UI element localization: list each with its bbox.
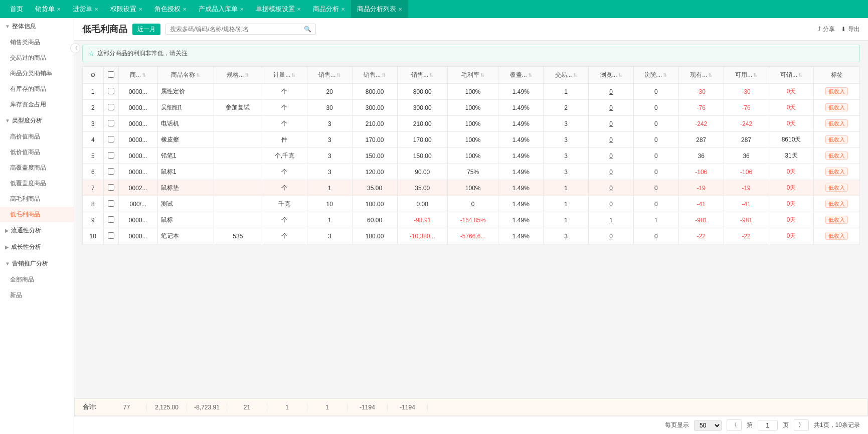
col-current-stock[interactable]: 现有...⇅ bbox=[678, 67, 724, 84]
col-checkbox[interactable] bbox=[103, 67, 118, 84]
row-checkbox-cell[interactable] bbox=[103, 100, 118, 116]
row-name[interactable]: 属性定价 bbox=[157, 84, 214, 100]
page-size-select[interactable]: 50 100 200 bbox=[694, 420, 722, 431]
select-all-checkbox[interactable] bbox=[108, 71, 114, 78]
sidebar-item-sales-goods[interactable]: 销售类商品 bbox=[0, 35, 74, 50]
row-checkbox-cell[interactable] bbox=[103, 132, 118, 148]
row-browse1[interactable]: 0 bbox=[589, 180, 634, 196]
browse1-link[interactable]: 0 bbox=[609, 201, 613, 208]
nav-template-close[interactable]: ✕ bbox=[297, 7, 301, 12]
row-browse1[interactable]: 1 bbox=[589, 212, 634, 228]
nav-goods-analysis[interactable]: 商品分析 ✕ bbox=[307, 0, 351, 18]
filter-recent-month-button[interactable]: 近一月 bbox=[132, 24, 160, 35]
row-checkbox[interactable] bbox=[108, 88, 114, 94]
sidebar-group-marketing[interactable]: ▼ 营销推广分析 bbox=[0, 255, 74, 272]
page-input[interactable] bbox=[758, 420, 778, 430]
row-name[interactable]: 笔记本 bbox=[157, 228, 214, 244]
browse1-link[interactable]: 0 bbox=[609, 169, 613, 176]
col-sales-qty[interactable]: 销售...⇅ bbox=[307, 67, 352, 84]
sidebar-group-overview[interactable]: ▼ 整体信息 bbox=[0, 18, 74, 35]
nav-products-in[interactable]: 产成品入库单 ✕ bbox=[193, 0, 250, 18]
col-gross-rate[interactable]: 毛利率⇅ bbox=[447, 67, 498, 84]
row-browse1[interactable]: 0 bbox=[589, 164, 634, 180]
search-input[interactable] bbox=[170, 26, 304, 33]
row-browse1[interactable]: 0 bbox=[589, 228, 634, 244]
row-checkbox[interactable] bbox=[108, 120, 114, 126]
row-browse1[interactable]: 0 bbox=[589, 100, 634, 116]
sidebar-item-inventory-capital[interactable]: 库存资金占用 bbox=[0, 97, 74, 112]
col-sales-amount[interactable]: 销售...⇅ bbox=[397, 67, 447, 84]
next-page-button[interactable]: 〉 bbox=[794, 419, 809, 431]
nav-roles-close[interactable]: ✕ bbox=[183, 7, 187, 12]
row-checkbox-cell[interactable] bbox=[103, 180, 118, 196]
row-name[interactable]: 测试 bbox=[157, 196, 214, 212]
sidebar-item-high-coverage[interactable]: 高覆盖度商品 bbox=[0, 160, 74, 176]
sidebar-item-category-rate[interactable]: 商品分类助销率 bbox=[0, 66, 74, 81]
row-name[interactable]: 鼠标 bbox=[157, 212, 214, 228]
row-checkbox-cell[interactable] bbox=[103, 84, 118, 100]
sidebar-item-low-value[interactable]: 低价值商品 bbox=[0, 144, 74, 160]
row-name[interactable]: 鼠标垫 bbox=[157, 180, 214, 196]
row-browse1[interactable]: 0 bbox=[589, 84, 634, 100]
row-checkbox[interactable] bbox=[108, 152, 114, 159]
share-button[interactable]: ⤴ 分享 bbox=[818, 25, 835, 34]
browse1-link[interactable]: 0 bbox=[609, 185, 613, 192]
sidebar-item-new-goods[interactable]: 新品 bbox=[0, 287, 74, 303]
search-icon[interactable]: 🔍 bbox=[304, 26, 311, 33]
row-browse1[interactable]: 0 bbox=[589, 116, 634, 132]
sidebar-item-low-coverage[interactable]: 低覆盖度商品 bbox=[0, 176, 74, 191]
row-checkbox-cell[interactable] bbox=[103, 196, 118, 212]
sidebar-group-growth-analysis[interactable]: ▶ 成长性分析 bbox=[0, 239, 74, 255]
nav-purchase[interactable]: 进货单 ✕ bbox=[67, 0, 104, 18]
row-checkbox[interactable] bbox=[108, 104, 114, 110]
row-checkbox[interactable] bbox=[108, 184, 114, 191]
row-browse1[interactable]: 0 bbox=[589, 196, 634, 212]
row-checkbox[interactable] bbox=[108, 200, 114, 207]
sidebar-item-low-margin[interactable]: 低毛利商品 bbox=[0, 207, 74, 222]
sidebar-item-high-margin[interactable]: 高毛利商品 bbox=[0, 191, 74, 207]
sidebar-item-traded-goods[interactable]: 交易过的商品 bbox=[0, 50, 74, 66]
row-name[interactable]: 橡皮擦 bbox=[157, 132, 214, 148]
browse1-link[interactable]: 0 bbox=[609, 88, 613, 95]
row-name[interactable]: 电话机 bbox=[157, 116, 214, 132]
nav-goods-analysis-list-close[interactable]: ✕ bbox=[398, 7, 402, 12]
col-tag[interactable]: 标签 bbox=[814, 67, 860, 84]
nav-home[interactable]: 首页 bbox=[4, 0, 29, 18]
browse1-link[interactable]: 1 bbox=[609, 217, 613, 224]
nav-sales[interactable]: 销货单 ✕ bbox=[29, 0, 67, 18]
col-trade[interactable]: 交易...⇅ bbox=[544, 67, 589, 84]
col-available[interactable]: 可用...⇅ bbox=[724, 67, 769, 84]
col-name[interactable]: 商品名称⇅ bbox=[157, 67, 214, 84]
row-name[interactable]: 铅笔1 bbox=[157, 148, 214, 164]
col-spec[interactable]: 规格...⇅ bbox=[214, 67, 262, 84]
sidebar-item-stocked-goods[interactable]: 有库存的商品 bbox=[0, 81, 74, 97]
row-checkbox-cell[interactable] bbox=[103, 164, 118, 180]
col-sales-price[interactable]: 销售...⇅ bbox=[352, 67, 397, 84]
row-checkbox[interactable] bbox=[108, 136, 114, 142]
sidebar-group-type-analysis[interactable]: ▼ 类型度分析 bbox=[0, 112, 74, 129]
nav-products-in-close[interactable]: ✕ bbox=[240, 7, 244, 12]
row-checkbox-cell[interactable] bbox=[103, 212, 118, 228]
row-checkbox[interactable] bbox=[108, 168, 114, 175]
browse1-link[interactable]: 0 bbox=[609, 153, 613, 160]
row-browse1[interactable]: 0 bbox=[589, 132, 634, 148]
row-checkbox[interactable] bbox=[108, 232, 114, 239]
col-settings[interactable]: ⚙ bbox=[83, 67, 104, 84]
row-browse1[interactable]: 0 bbox=[589, 148, 634, 164]
row-checkbox[interactable] bbox=[108, 216, 114, 223]
sidebar-item-high-value[interactable]: 高价值商品 bbox=[0, 129, 74, 144]
col-unit[interactable]: 计量...⇅ bbox=[262, 67, 307, 84]
nav-roles[interactable]: 角色授权 ✕ bbox=[148, 0, 193, 18]
row-checkbox-cell[interactable] bbox=[103, 116, 118, 132]
col-browse2[interactable]: 浏览...⇅ bbox=[633, 67, 678, 84]
nav-permissions[interactable]: 权限设置 ✕ bbox=[104, 0, 148, 18]
col-cover-rate[interactable]: 覆盖...⇅ bbox=[498, 67, 544, 84]
export-button[interactable]: ⬇ 导出 bbox=[841, 25, 860, 34]
col-browse1[interactable]: 浏览...⇅ bbox=[589, 67, 634, 84]
col-code[interactable]: 商...⇅ bbox=[118, 67, 157, 84]
row-name[interactable]: 吴细细1 bbox=[157, 100, 214, 116]
browse1-link[interactable]: 0 bbox=[609, 120, 613, 127]
sidebar-item-all-goods[interactable]: 全部商品 bbox=[0, 272, 74, 287]
browse1-link[interactable]: 0 bbox=[609, 233, 613, 240]
nav-sales-close[interactable]: ✕ bbox=[57, 7, 61, 12]
